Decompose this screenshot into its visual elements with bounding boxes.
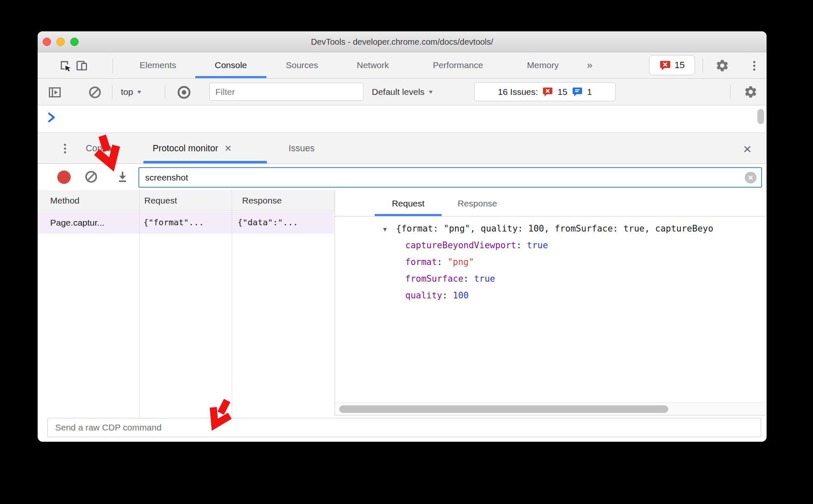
clear-ban-icon (88, 85, 102, 99)
table-row[interactable]: Page.captur... {"format"... {"data":"... (38, 211, 334, 234)
tab-elements[interactable]: Elements (127, 52, 189, 78)
horizontal-scrollbar-track (335, 402, 765, 415)
drawer-tab-bar: Console Protocol monitor × Issues × (38, 133, 767, 164)
drawer-menu-kebab-button[interactable] (57, 140, 73, 156)
live-expression-button[interactable] (176, 84, 192, 100)
kebab-dot (64, 144, 66, 146)
tab-network[interactable]: Network (345, 52, 400, 78)
tab-performance[interactable]: Performance (418, 52, 498, 78)
console-settings-button[interactable] (743, 84, 759, 100)
levels-label: Default levels (372, 87, 424, 97)
context-selector-dropdown[interactable]: top ▼ (121, 79, 142, 105)
kebab-dot (753, 65, 755, 67)
console-toolbar: top ▼ Default levels ▼ 16 Issues: (38, 79, 767, 105)
drawer-tab-label: Issues (289, 143, 314, 154)
filter-input[interactable] (210, 83, 363, 101)
detail-active-tab-underline (375, 214, 442, 216)
tab-label: Network (357, 60, 389, 70)
chevron-down-icon: ▼ (136, 89, 143, 95)
window-title: DevTools - developer.chrome.com/docs/dev… (38, 31, 767, 52)
eye-icon (176, 85, 192, 100)
protocol-monitor-toolbar: × (38, 164, 767, 190)
error-count-badge[interactable]: 15 (649, 55, 695, 75)
clear-search-button[interactable]: × (745, 172, 757, 183)
cdp-command-input[interactable] (47, 418, 761, 437)
tab-sources[interactable]: Sources (274, 52, 330, 78)
issues-counter[interactable]: 16 Issues: 15 1 (474, 82, 616, 101)
device-toolbar-button[interactable] (74, 58, 89, 73)
cell-response: {"data":"... (238, 211, 332, 234)
tab-label: Performance (433, 60, 483, 70)
detail-tab-label: Request (392, 199, 424, 209)
more-tabs-button[interactable]: » (579, 52, 600, 78)
kebab-dot (753, 61, 755, 63)
drawer-tab-label: Protocol monitor (153, 143, 218, 154)
toolbar-divider (112, 85, 112, 99)
column-divider[interactable] (139, 190, 140, 418)
error-bubble-icon (660, 60, 671, 71)
drawer-tab-issues[interactable]: Issues (289, 133, 314, 164)
settings-button[interactable] (714, 58, 730, 74)
tab-memory[interactable]: Memory (515, 52, 570, 78)
cell-method: Page.captur... (50, 211, 136, 234)
json-property[interactable]: fromSurface: true (405, 270, 495, 287)
json-property[interactable]: format: "png" (405, 254, 474, 270)
detail-tab-request[interactable]: Request (375, 190, 442, 216)
main-menu-kebab-button[interactable] (746, 58, 762, 74)
json-key: fromSurface (405, 274, 463, 284)
column-header-response[interactable]: Response (242, 190, 282, 211)
kebab-dot (753, 69, 755, 71)
json-preview-line[interactable]: {format: "png", quality: 100, fromSurfac… (396, 220, 765, 237)
column-divider[interactable] (232, 190, 232, 418)
kebab-dot (64, 148, 66, 150)
issue-error-icon (542, 87, 553, 97)
json-colon: : (463, 274, 469, 284)
console-messages-area[interactable] (38, 105, 767, 133)
drawer-active-tab-underline (143, 161, 267, 163)
json-property[interactable]: quality: 100 (405, 287, 469, 304)
request-detail-panel: Request Response ▼ {format: "png", quali… (335, 190, 765, 415)
column-header-method[interactable]: Method (50, 190, 79, 211)
horizontal-scrollbar[interactable] (339, 405, 668, 413)
more-tabs-icon: » (587, 59, 592, 71)
inspect-cursor-icon (59, 59, 72, 72)
json-key: quality (405, 290, 442, 300)
issues-warning-count: 1 (587, 87, 592, 97)
chevron-down-icon: ▼ (428, 89, 434, 95)
clear-console-button[interactable] (87, 84, 103, 100)
tab-label: Sources (286, 60, 318, 70)
gear-icon (715, 59, 729, 73)
detail-tab-response[interactable]: Response (447, 190, 508, 216)
toolbar-divider (730, 85, 731, 99)
json-property[interactable]: captureBeyondViewport: true (405, 237, 548, 254)
tab-label: Elements (140, 60, 176, 70)
tab-console[interactable]: Console (195, 52, 266, 78)
screenshot-background: DevTools - developer.chrome.com/docs/dev… (0, 0, 813, 504)
main-toolbar: Elements Console Sources Network Perform… (38, 52, 767, 79)
error-count: 15 (675, 60, 685, 71)
devtools-window: DevTools - developer.chrome.com/docs/dev… (38, 31, 767, 442)
tab-label: Memory (527, 60, 559, 70)
json-value: 100 (453, 290, 469, 300)
json-colon: : (516, 240, 522, 250)
toolbar-divider (112, 59, 113, 73)
close-drawer-button[interactable]: × (739, 141, 755, 157)
protocol-search-input[interactable] (138, 167, 762, 188)
tree-expander-icon[interactable]: ▼ (382, 226, 388, 233)
vertical-scrollbar[interactable] (757, 109, 764, 124)
close-icon: × (743, 142, 752, 156)
drawer-tab-protocol-monitor[interactable]: Protocol monitor × (153, 133, 231, 164)
json-key: format (405, 257, 437, 267)
json-colon: : (442, 290, 448, 300)
column-header-request[interactable]: Request (144, 190, 177, 211)
inspect-element-button[interactable] (58, 58, 73, 73)
log-levels-dropdown[interactable]: Default levels ▼ (372, 79, 433, 105)
json-value: true (527, 240, 548, 250)
record-button[interactable] (57, 171, 71, 184)
cell-request: {"format"... (143, 211, 229, 234)
close-tab-icon[interactable]: × (225, 143, 232, 154)
active-tab-underline (195, 76, 266, 78)
console-sidebar-toggle-button[interactable] (47, 84, 63, 100)
titlebar[interactable]: DevTools - developer.chrome.com/docs/dev… (38, 31, 767, 52)
device-toolbar-icon (75, 59, 89, 72)
